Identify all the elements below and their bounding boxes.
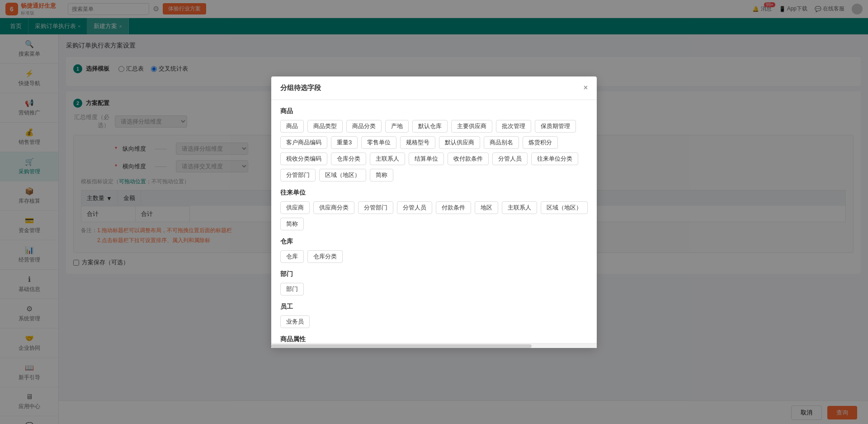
modal-title: 分组待选字段 [280,84,321,92]
field-tag-customer-code[interactable]: 客户商品编码 [280,136,327,149]
field-tag-default-supplier[interactable]: 默认供应商 [439,136,480,149]
field-tag-short-name2[interactable]: 简称 [280,218,304,230]
field-tag-salesperson[interactable]: 业务员 [280,315,310,328]
modal-body: 商品 商品 商品类型 商品分类 产地 默认仓库 主要供应商 批次管理 保质期管理… [271,100,597,343]
field-group-employee-title: 员工 [280,303,588,311]
field-tag-dept[interactable]: 部门 [280,283,304,295]
scrollbar-thumb [271,344,532,348]
field-tag-default-warehouse[interactable]: 默认仓库 [412,120,448,133]
field-tag-warehouse-category[interactable]: 仓库分类 [331,152,366,165]
field-group-product-title: 商品 [280,107,588,115]
dept-field-tags: 部门 [280,283,588,295]
field-tag-retail-unit[interactable]: 零售单位 [361,136,396,149]
field-tag-product-category[interactable]: 商品分类 [346,120,382,133]
field-tag-region[interactable]: 区域（地区） [319,169,366,181]
field-tag-warehouse-cat[interactable]: 仓库分类 [307,250,343,263]
field-tag-short-name[interactable]: 简称 [370,169,393,181]
field-tag-main-contact2[interactable]: 主联系人 [502,201,537,214]
field-tag-counterparty-type[interactable]: 往来单位分类 [531,152,578,165]
field-tag-product[interactable]: 商品 [280,120,304,133]
field-tag-product-alias[interactable]: 商品别名 [484,136,519,149]
field-tag-warehouse[interactable]: 仓库 [280,250,304,263]
field-tag-points[interactable]: 炼货积分 [523,136,558,149]
modal-dialog: 分组待选字段 × 商品 商品 商品类型 商品分类 产地 默认仓库 主要供应商 批… [271,76,597,348]
field-tag-tax-code[interactable]: 税收分类编码 [280,152,327,165]
field-group-counterparty-title: 往来单位 [280,189,588,197]
field-group-employee: 员工 业务员 [280,303,588,328]
field-group-dept-title: 部门 [280,270,588,278]
field-tag-dept-mgmt2[interactable]: 分管部门 [358,201,393,214]
field-tag-settlement-unit[interactable]: 结算单位 [409,152,444,165]
field-group-product: 商品 商品 商品类型 商品分类 产地 默认仓库 主要供应商 批次管理 保质期管理… [280,107,588,181]
field-group-warehouse: 仓库 仓库 仓库分类 [280,238,588,263]
employee-field-tags: 业务员 [280,315,588,328]
field-tag-batch-mgmt[interactable]: 批次管理 [496,120,531,133]
field-tag-supplier[interactable]: 供应商 [280,201,310,214]
modal-overlay: 分组待选字段 × 商品 商品 商品类型 商品分类 产地 默认仓库 主要供应商 批… [0,0,868,424]
field-tag-origin[interactable]: 产地 [385,120,409,133]
modal-close-btn[interactable]: × [584,84,588,92]
product-field-tags: 商品 商品类型 商品分类 产地 默认仓库 主要供应商 批次管理 保质期管理 客户… [280,120,588,181]
field-tag-supervisor2[interactable]: 分管人员 [397,201,432,214]
field-tag-spec-model[interactable]: 规格型号 [400,136,435,149]
counterparty-field-tags: 供应商 供应商分类 分管部门 分管人员 付款条件 地区 主联系人 区域（地区） … [280,201,588,230]
field-group-counterparty: 往来单位 供应商 供应商分类 分管部门 分管人员 付款条件 地区 主联系人 区域… [280,189,588,230]
field-group-dept: 部门 部门 [280,270,588,295]
field-tag-supplier-category[interactable]: 供应商分类 [313,201,354,214]
field-tag-product-type[interactable]: 商品类型 [307,120,343,133]
field-tag-main-supplier[interactable]: 主要供应商 [451,120,492,133]
field-tag-main-contact[interactable]: 主联系人 [370,152,405,165]
field-group-product-attrs-title: 商品属性 [280,335,588,343]
field-group-warehouse-title: 仓库 [280,238,588,246]
field-tag-region2[interactable]: 区域（地区） [541,201,588,214]
modal-horizontal-scrollbar[interactable] [271,343,597,348]
modal-header: 分组待选字段 × [271,76,597,100]
field-tag-dept-mgmt[interactable]: 分管部门 [280,169,316,181]
field-tag-payment-terms2[interactable]: 付款条件 [436,201,471,214]
field-tag-area[interactable]: 地区 [475,201,498,214]
field-tag-payment-terms[interactable]: 收付款条件 [448,152,489,165]
field-tag-weight3[interactable]: 重量3 [331,136,358,149]
field-tag-supervisor[interactable]: 分管人员 [492,152,528,165]
field-tag-expiry-mgmt[interactable]: 保质期管理 [535,120,576,133]
warehouse-field-tags: 仓库 仓库分类 [280,250,588,263]
field-group-product-attrs: 商品属性 属性 颜色 多规格 尺码 鞋码 1 [280,335,588,343]
